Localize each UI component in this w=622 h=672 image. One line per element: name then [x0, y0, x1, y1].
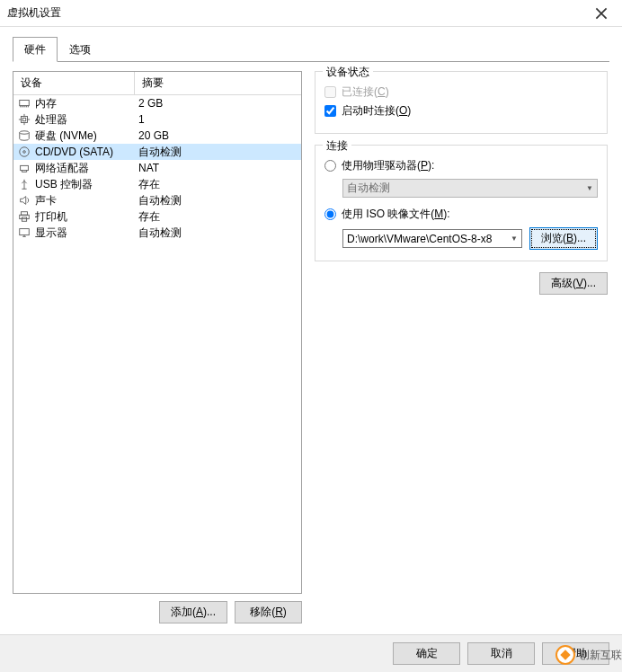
- svg-rect-2: [22, 118, 26, 121]
- usb-icon: [17, 177, 31, 191]
- device-name: 显示器: [35, 225, 138, 241]
- sound-icon: [17, 193, 31, 208]
- net-icon: [17, 161, 31, 175]
- device-row-cd[interactable]: CD/DVD (SATA)自动检测: [13, 144, 301, 160]
- connected-checkbox: [324, 86, 336, 98]
- device-summary: NAT: [138, 162, 159, 174]
- device-row-memory[interactable]: 内存2 GB: [13, 95, 301, 111]
- connect-poweron-checkbox[interactable]: [324, 105, 336, 117]
- iso-path-combo[interactable]: D:\work\VMware\CentOS-8-x8 ▼: [342, 229, 522, 248]
- physical-drive-combo: 自动检测 ▼: [342, 179, 598, 198]
- memory-icon: [17, 96, 31, 111]
- physical-drive-value: 自动检测: [347, 181, 390, 196]
- device-table[interactable]: 设备 摘要 内存2 GB处理器1硬盘 (NVMe)20 GBCD/DVD (SA…: [13, 71, 302, 594]
- use-iso-radio[interactable]: [324, 208, 336, 220]
- header-device[interactable]: 设备: [13, 72, 135, 94]
- connection-title: 连接: [323, 138, 351, 154]
- device-summary: 存在: [138, 209, 160, 225]
- cd-icon: [17, 145, 31, 159]
- remove-button[interactable]: 移除(R): [235, 601, 302, 623]
- dialog-footer: 确定 取消 帮助: [0, 634, 622, 672]
- svg-rect-1: [22, 117, 28, 123]
- add-button[interactable]: 添加(A)...: [159, 601, 227, 623]
- svg-rect-0: [20, 101, 30, 106]
- svg-rect-6: [21, 165, 29, 170]
- device-name: 打印机: [35, 209, 138, 225]
- svg-rect-10: [20, 229, 30, 235]
- svg-rect-7: [22, 212, 28, 216]
- browse-button[interactable]: 浏览(B)...: [529, 227, 598, 250]
- device-row-cpu[interactable]: 处理器1: [13, 111, 301, 128]
- connect-poweron-checkbox-row[interactable]: 启动时连接(O): [324, 103, 598, 119]
- cancel-button[interactable]: 取消: [467, 642, 535, 665]
- device-table-header: 设备 摘要: [13, 72, 301, 95]
- iso-path-value: D:\work\VMware\CentOS-8-x8: [347, 233, 492, 245]
- tab-options[interactable]: 选项: [58, 37, 102, 62]
- tab-bar: 硬件 选项: [13, 36, 609, 62]
- window-title: 虚拟机设置: [7, 5, 588, 21]
- connection-group: 连接 使用物理驱动器(P): 自动检测 ▼ 使用 ISO 映像文件(M):: [315, 145, 608, 261]
- device-row-disk[interactable]: 硬盘 (NVMe)20 GB: [13, 128, 301, 144]
- device-summary: 1: [138, 113, 145, 126]
- device-status-group: 设备状态 已连接(C) 启动时连接(O): [315, 71, 608, 134]
- chevron-down-icon: ▼: [586, 184, 593, 192]
- close-icon: [595, 7, 608, 20]
- device-name: USB 控制器: [35, 177, 138, 192]
- device-row-usb[interactable]: USB 控制器存在: [13, 176, 301, 192]
- device-row-net[interactable]: 网络适配器NAT: [13, 160, 301, 176]
- cpu-icon: [17, 112, 31, 127]
- device-name: 声卡: [35, 193, 138, 208]
- device-row-printer[interactable]: 打印机存在: [13, 208, 301, 225]
- tab-hardware[interactable]: 硬件: [13, 37, 58, 62]
- device-summary: 自动检测: [138, 193, 182, 208]
- display-icon: [17, 225, 31, 240]
- device-name: CD/DVD (SATA): [35, 146, 138, 158]
- use-physical-radio[interactable]: [324, 160, 336, 172]
- device-row-sound[interactable]: 声卡自动检测: [13, 192, 301, 208]
- device-summary: 20 GB: [138, 129, 169, 142]
- svg-point-5: [23, 151, 26, 154]
- header-summary[interactable]: 摘要: [135, 72, 301, 94]
- svg-point-3: [20, 131, 30, 135]
- svg-point-4: [20, 147, 30, 157]
- close-button[interactable]: [588, 0, 615, 27]
- chevron-down-icon[interactable]: ▼: [511, 234, 518, 243]
- disk-icon: [17, 128, 31, 143]
- connected-checkbox-row: 已连接(C): [324, 84, 598, 100]
- help-button[interactable]: 帮助: [542, 642, 609, 665]
- advanced-button[interactable]: 高级(V)...: [539, 272, 608, 295]
- device-summary: 2 GB: [138, 97, 163, 110]
- device-row-display[interactable]: 显示器自动检测: [13, 225, 301, 241]
- printer-icon: [17, 209, 31, 224]
- device-name: 硬盘 (NVMe): [35, 128, 138, 144]
- device-summary: 存在: [138, 177, 160, 192]
- device-name: 处理器: [35, 112, 138, 128]
- device-summary: 自动检测: [138, 225, 182, 241]
- device-status-title: 设备状态: [323, 65, 373, 80]
- use-physical-radio-row[interactable]: 使用物理驱动器(P):: [324, 158, 598, 173]
- device-name: 网络适配器: [35, 161, 138, 176]
- device-name: 内存: [35, 96, 138, 111]
- ok-button[interactable]: 确定: [393, 642, 460, 665]
- device-summary: 自动检测: [138, 145, 182, 160]
- use-iso-radio-row[interactable]: 使用 ISO 映像文件(M):: [324, 207, 598, 222]
